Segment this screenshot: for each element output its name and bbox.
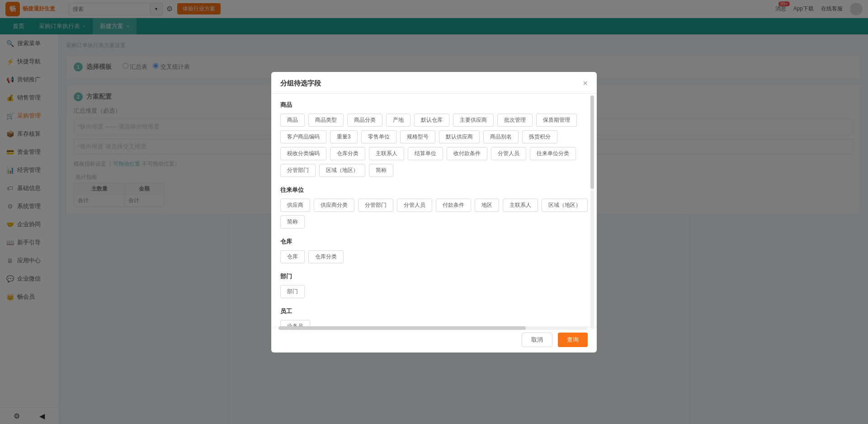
modal-overlay: 分组待选字段 × 商品 商品 商品类型 商品分类 产地 默认仓库 主要供应商 批… [0, 0, 868, 424]
tag-goods-4[interactable]: 默认仓库 [414, 114, 449, 127]
section-goods: 商品 商品 商品类型 商品分类 产地 默认仓库 主要供应商 批次管理 保质期管理… [280, 101, 588, 177]
tag-goods-14[interactable]: 拣货积分 [522, 130, 557, 143]
tag-goods-6[interactable]: 批次管理 [497, 114, 533, 127]
section-partner-title: 往来单位 [280, 186, 588, 194]
tag-goods-21[interactable]: 往来单位分类 [530, 147, 576, 160]
modal-close-btn[interactable]: × [583, 79, 588, 87]
partner-tags: 供应商 供应商分类 分管部门 分管人员 付款条件 地区 主联系人 区域（地区） … [280, 199, 588, 229]
department-tags: 部门 [280, 285, 588, 298]
section-department: 部门 部门 [280, 272, 588, 298]
tag-warehouse-1[interactable]: 仓库分类 [308, 250, 344, 263]
tag-goods-17[interactable]: 主联系人 [369, 147, 404, 160]
modal-cancel-btn[interactable]: 取消 [522, 333, 552, 347]
hscrollbar-thumb[interactable] [278, 326, 526, 330]
warehouse-tags: 仓库 仓库分类 [280, 250, 588, 263]
hscrollbar-track [278, 326, 588, 330]
tag-partner-1[interactable]: 供应商分类 [314, 199, 354, 212]
tag-goods-8[interactable]: 客户商品编码 [280, 130, 326, 143]
tag-partner-4[interactable]: 付款条件 [436, 199, 471, 212]
tag-goods-13[interactable]: 商品别名 [483, 130, 519, 143]
tag-partner-8[interactable]: 简称 [280, 215, 305, 229]
tag-goods-19[interactable]: 收付款条件 [447, 147, 487, 160]
tag-goods-2[interactable]: 商品分类 [347, 114, 382, 127]
tag-partner-3[interactable]: 分管人员 [397, 199, 432, 212]
tag-warehouse-0[interactable]: 仓库 [280, 250, 305, 263]
tag-goods-12[interactable]: 默认供应商 [439, 130, 480, 143]
tag-goods-0[interactable]: 商品 [280, 114, 305, 127]
field-select-modal: 分组待选字段 × 商品 商品 商品类型 商品分类 产地 默认仓库 主要供应商 批… [271, 72, 597, 353]
modal-header: 分组待选字段 × [271, 72, 597, 94]
tag-goods-5[interactable]: 主要供应商 [453, 114, 494, 127]
tag-goods-9[interactable]: 重量3 [330, 130, 358, 143]
section-department-title: 部门 [280, 272, 588, 281]
tag-goods-24[interactable]: 简称 [369, 164, 393, 177]
section-warehouse: 仓库 仓库 仓库分类 [280, 238, 588, 263]
scrollbar-track [590, 95, 594, 329]
tag-goods-15[interactable]: 税收分类编码 [280, 147, 326, 160]
tag-dept-0[interactable]: 部门 [280, 285, 305, 298]
tag-partner-6[interactable]: 主联系人 [503, 199, 538, 212]
employee-tags: 业务员 [280, 320, 588, 327]
tag-partner-7[interactable]: 区域（地区） [542, 199, 588, 212]
tag-goods-18[interactable]: 结算单位 [408, 147, 443, 160]
section-employee: 员工 业务员 [280, 307, 588, 327]
tag-partner-2[interactable]: 分管部门 [358, 199, 393, 212]
modal-confirm-btn[interactable]: 查询 [558, 333, 588, 347]
modal-body: 商品 商品 商品类型 商品分类 产地 默认仓库 主要供应商 批次管理 保质期管理… [271, 94, 597, 327]
tag-goods-23[interactable]: 区域（地区） [319, 164, 365, 177]
section-goods-title: 商品 [280, 101, 588, 109]
scrollbar-thumb[interactable] [590, 95, 594, 189]
tag-emp-0[interactable]: 业务员 [280, 320, 310, 327]
tag-goods-1[interactable]: 商品类型 [308, 114, 344, 127]
tag-goods-10[interactable]: 零售单位 [361, 130, 396, 143]
tag-goods-7[interactable]: 保质期管理 [536, 114, 577, 127]
section-warehouse-title: 仓库 [280, 238, 588, 246]
tag-goods-20[interactable]: 分管人员 [491, 147, 526, 160]
tag-partner-5[interactable]: 地区 [475, 199, 499, 212]
tag-goods-22[interactable]: 分管部门 [280, 164, 316, 177]
tag-partner-0[interactable]: 供应商 [280, 199, 310, 212]
tag-goods-11[interactable]: 规格型号 [400, 130, 435, 143]
goods-tags: 商品 商品类型 商品分类 产地 默认仓库 主要供应商 批次管理 保质期管理 客户… [280, 114, 588, 177]
section-partner: 往来单位 供应商 供应商分类 分管部门 分管人员 付款条件 地区 主联系人 区域… [280, 186, 588, 229]
tag-goods-16[interactable]: 仓库分类 [330, 147, 365, 160]
modal-footer: 取消 查询 [271, 327, 597, 353]
section-employee-title: 员工 [280, 307, 588, 315]
modal-title: 分组待选字段 [280, 79, 321, 88]
tag-goods-3[interactable]: 产地 [386, 114, 410, 127]
